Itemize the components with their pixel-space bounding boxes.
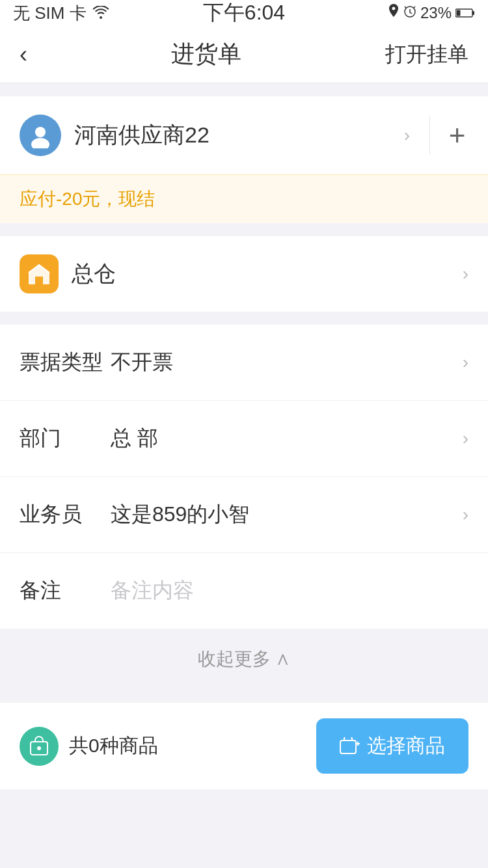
department-row[interactable]: 部门 总 部 › [0,401,488,477]
warehouse-section: 总仓 › [0,236,488,312]
svg-rect-6 [35,277,43,284]
salesperson-label: 业务员 [20,500,111,529]
bottom-bar: 共0种商品 选择商品 [0,703,488,789]
select-product-button[interactable]: 选择商品 [316,718,468,774]
svg-rect-9 [340,740,356,753]
status-indicators: 23% [388,4,475,22]
page-background [0,789,488,868]
alarm-icon [403,4,416,22]
invoice-type-value: 不开票 [111,348,463,377]
salesperson-value: 这是859的小智 [111,500,463,529]
remark-row[interactable]: 备注 备注内容 [0,553,488,629]
department-value: 总 部 [111,424,463,453]
status-time: 下午6:04 [203,0,285,27]
notice-bar: 应付-20元，现结 [0,174,488,223]
wifi-icon [92,3,110,23]
page-title: 进货单 [171,38,241,70]
location-icon [388,4,400,22]
open-pending-button[interactable]: 打开挂单 [385,40,468,69]
battery-icon [455,4,475,22]
form-section: 票据类型 不开票 › 部门 总 部 › 业务员 这是859的小智 › 备注 备注… [0,325,488,629]
invoice-type-chevron-icon: › [463,352,468,373]
battery-percent: 23% [420,4,452,22]
back-button[interactable]: ‹ [20,41,27,68]
add-supplier-button[interactable]: + [429,116,468,155]
supplier-chevron-icon: › [404,125,410,146]
status-bar: 无 SIM 卡 下午6:04 23% [0,0,488,26]
supplier-row[interactable]: 河南供应商22 › + [0,96,488,174]
department-label: 部门 [20,424,111,453]
supplier-name: 河南供应商22 [74,120,404,150]
product-count-text: 共0种商品 [69,733,158,759]
svg-point-8 [37,746,41,750]
collapse-button[interactable]: 收起更多 ∧ [0,629,488,690]
supplier-avatar [20,115,61,156]
svg-point-5 [31,138,49,148]
svg-rect-2 [472,11,474,15]
department-chevron-icon: › [463,428,468,449]
warehouse-chevron-icon: › [463,264,468,284]
warehouse-row[interactable]: 总仓 › [0,236,488,312]
product-count-wrap: 共0种商品 [20,727,158,766]
invoice-type-row[interactable]: 票据类型 不开票 › [0,325,488,401]
svg-point-4 [35,127,46,137]
select-product-label: 选择商品 [367,733,445,759]
invoice-type-label: 票据类型 [20,348,111,377]
status-carrier: 无 SIM 卡 [13,2,110,25]
product-icon [20,727,59,766]
salesperson-row[interactable]: 业务员 这是859的小智 › [0,477,488,553]
carrier-text: 无 SIM 卡 [13,2,87,25]
collapse-label: 收起更多 ∧ [198,647,291,671]
supplier-section: 河南供应商22 › + 应付-20元，现结 [0,96,488,223]
svg-rect-3 [457,10,461,16]
warehouse-icon [20,254,59,293]
remark-placeholder: 备注内容 [111,576,468,605]
warehouse-name: 总仓 [72,259,463,289]
nav-bar: ‹ 进货单 打开挂单 [0,26,488,83]
notice-text: 应付-20元，现结 [20,189,155,209]
remark-label: 备注 [20,576,111,605]
main-content: 河南供应商22 › + 应付-20元，现结 总仓 › 票据类型 不开票 [0,96,488,868]
salesperson-chevron-icon: › [463,504,468,525]
